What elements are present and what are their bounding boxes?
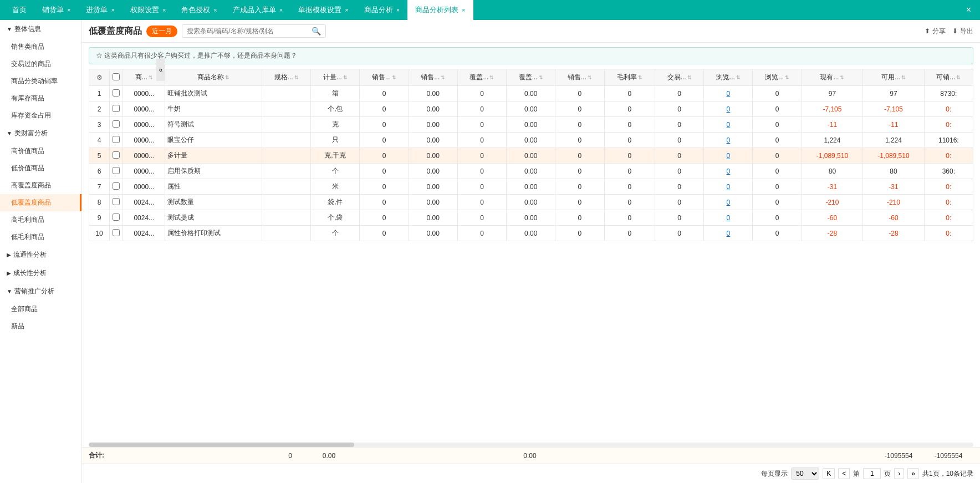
settings-icon[interactable]: ⚙ xyxy=(96,74,103,82)
page-number-input[interactable] xyxy=(863,468,881,479)
last-page-button[interactable]: » xyxy=(907,468,919,479)
sidebar-item-sales-products[interactable]: 销售类商品 xyxy=(0,38,81,55)
table-row: 5 0000... 多计量 克,千克 0 0.00 0 0.00 0 0 0 0… xyxy=(89,148,973,164)
col-name[interactable]: 商品名称⇅ xyxy=(165,69,262,86)
row-checkbox[interactable] xyxy=(110,164,123,179)
col-sales-count[interactable]: 销售...⇅ xyxy=(360,69,409,86)
prev-page-button[interactable]: < xyxy=(838,468,850,479)
row-view1[interactable]: 0 xyxy=(704,133,753,148)
col-view1[interactable]: 浏览...⇅ xyxy=(704,69,753,86)
row-checkbox[interactable] xyxy=(110,148,123,164)
horizontal-scrollbar[interactable] xyxy=(89,443,973,447)
nav-template-settings[interactable]: 单据模板设置 × xyxy=(290,0,356,20)
export-button[interactable]: ⬇ 导出 xyxy=(952,27,973,36)
row-checkbox[interactable] xyxy=(110,86,123,101)
close-icon[interactable]: × xyxy=(396,0,400,20)
close-icon[interactable]: × xyxy=(279,0,283,20)
sidebar-item-in-stock[interactable]: 有库存商品 xyxy=(0,90,81,107)
row-checkbox[interactable] xyxy=(110,117,123,133)
next-page-button[interactable]: › xyxy=(894,468,904,479)
sidebar-item-high-value[interactable]: 高价值商品 xyxy=(0,143,81,160)
search-icon[interactable]: 🔍 xyxy=(312,27,321,35)
sidebar-collapse-button[interactable]: « xyxy=(156,59,165,81)
nav-finished-goods[interactable]: 产成品入库单 × xyxy=(225,0,290,20)
row-view1[interactable]: 0 xyxy=(704,195,753,210)
table-row: 8 0024... 测试数量 袋,件 0 0.00 0 0.00 0 0 0 0… xyxy=(89,195,973,210)
row-sales3: 0 xyxy=(555,210,604,226)
row-view1[interactable]: 0 xyxy=(704,117,753,133)
row-current-stock: -7,105 xyxy=(802,101,862,117)
sidebar-item-high-coverage[interactable]: 高覆盖度商品 xyxy=(0,177,81,194)
first-page-button[interactable]: K xyxy=(823,468,835,479)
search-input[interactable] xyxy=(187,27,312,35)
sidebar-item-high-margin[interactable]: 高毛利商品 xyxy=(0,211,81,228)
col-view2[interactable]: 浏览...⇅ xyxy=(753,69,802,86)
select-all-checkbox[interactable] xyxy=(113,73,120,80)
sidebar-group-wealth[interactable]: ▼ 类财富分析 xyxy=(0,124,81,143)
col-current-stock[interactable]: 现有...⇅ xyxy=(802,69,862,86)
sidebar-group-overall[interactable]: ▼ 整体信息 xyxy=(0,20,81,38)
col-saleable[interactable]: 可销...⇅ xyxy=(924,69,973,86)
col-cover1[interactable]: 覆盖...⇅ xyxy=(457,69,506,86)
row-checkbox[interactable] xyxy=(110,101,123,117)
col-gross-margin[interactable]: 毛利率⇅ xyxy=(604,69,655,86)
nav-permission-settings[interactable]: 权限设置 × xyxy=(122,0,173,20)
nav-home[interactable]: 首页 xyxy=(4,0,34,20)
scrollbar-thumb[interactable] xyxy=(89,443,354,447)
sidebar-item-low-value[interactable]: 低价值商品 xyxy=(0,160,81,177)
close-icon[interactable]: × xyxy=(162,0,166,20)
row-view1[interactable]: 0 xyxy=(704,164,753,179)
close-icon[interactable]: × xyxy=(345,0,348,20)
row-view1[interactable]: 0 xyxy=(704,148,753,164)
col-spec[interactable]: 规格...⇅ xyxy=(262,69,310,86)
row-sales-amount: 0.00 xyxy=(409,133,457,148)
col-sales-amount[interactable]: 销售...⇅ xyxy=(409,69,457,86)
nav-product-analysis[interactable]: 商品分析 × xyxy=(356,0,407,20)
col-sales3[interactable]: 销售...⇅ xyxy=(555,69,604,86)
sidebar-item-inventory-capital[interactable]: 库存资金占用 xyxy=(0,107,81,124)
row-view1[interactable]: 0 xyxy=(704,226,753,241)
row-current-stock: 97 xyxy=(802,86,862,101)
sidebar-group-marketing[interactable]: ▼ 营销推广分析 xyxy=(0,282,81,301)
row-checkbox[interactable] xyxy=(110,133,123,148)
col-cover2[interactable]: 覆盖...⇅ xyxy=(507,69,555,86)
row-unit: 箱 xyxy=(311,86,360,101)
sidebar-item-traded-products[interactable]: 交易过的商品 xyxy=(0,55,81,73)
nav-sales-order[interactable]: 销货单 × xyxy=(34,0,78,20)
row-view1[interactable]: 0 xyxy=(704,86,753,101)
nav-purchase-order[interactable]: 进货单 × xyxy=(78,0,122,20)
sidebar-item-low-margin[interactable]: 低毛利商品 xyxy=(0,228,81,246)
row-spec xyxy=(262,195,310,210)
row-view1[interactable]: 0 xyxy=(704,101,753,117)
nav-role-auth[interactable]: 角色授权 × xyxy=(173,0,224,20)
close-icon[interactable]: × xyxy=(67,0,70,20)
row-checkbox[interactable] xyxy=(110,210,123,226)
row-checkbox[interactable] xyxy=(110,195,123,210)
window-close-button[interactable]: × xyxy=(962,5,976,15)
row-available-stock: 1,224 xyxy=(863,133,924,148)
sidebar-group-liquidity[interactable]: ▶ 流通性分析 xyxy=(0,246,81,264)
sidebar-group-growth[interactable]: ▶ 成长性分析 xyxy=(0,264,81,282)
close-icon[interactable]: × xyxy=(213,0,217,20)
page-size-select[interactable]: 50 100 200 xyxy=(791,467,819,480)
row-cover2: 0.00 xyxy=(507,86,555,101)
col-unit[interactable]: 计量...⇅ xyxy=(311,69,360,86)
row-checkbox[interactable] xyxy=(110,179,123,195)
row-available-stock: -31 xyxy=(863,179,924,195)
time-filter-button[interactable]: 近一月 xyxy=(146,26,177,37)
col-available-stock[interactable]: 可用...⇅ xyxy=(863,69,924,86)
sidebar-item-new-products[interactable]: 新品 xyxy=(0,318,81,335)
row-view1[interactable]: 0 xyxy=(704,179,753,195)
sidebar-item-category-turnover[interactable]: 商品分类动销率 xyxy=(0,73,81,90)
sidebar-item-low-coverage[interactable]: 低覆盖度商品 xyxy=(0,194,81,211)
col-trade[interactable]: 交易...⇅ xyxy=(655,69,704,86)
close-icon[interactable]: × xyxy=(111,0,114,20)
row-checkbox[interactable] xyxy=(110,226,123,241)
col-checkbox[interactable] xyxy=(110,69,123,86)
col-settings[interactable]: ⚙ xyxy=(89,69,110,86)
nav-product-analysis-list[interactable]: 商品分析列表 × xyxy=(407,0,473,20)
close-icon[interactable]: × xyxy=(462,0,465,20)
row-view1[interactable]: 0 xyxy=(704,210,753,226)
share-button[interactable]: ⬆ 分享 xyxy=(925,27,946,36)
sidebar-item-all-products[interactable]: 全部商品 xyxy=(0,301,81,318)
